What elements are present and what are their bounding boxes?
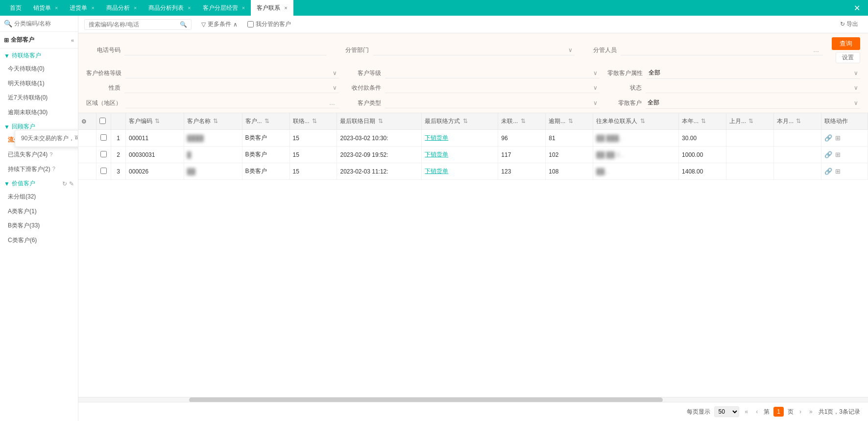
action-link-icon[interactable]: 🔗 bbox=[824, 134, 832, 142]
row-checkbox[interactable] bbox=[100, 151, 107, 157]
price-level-select[interactable]: ∨ bbox=[125, 68, 339, 78]
row-last-method[interactable]: 下销货单 bbox=[422, 147, 498, 163]
close-purchase-tab[interactable]: × bbox=[91, 5, 94, 11]
sidebar-collapse-btn[interactable]: « bbox=[71, 37, 74, 43]
region-select[interactable]: … bbox=[125, 98, 339, 108]
sidebar-item-7days-contact[interactable]: 近7天待联络(0) bbox=[0, 91, 78, 105]
col-last-method[interactable]: 最后联络方式 ⇅ bbox=[422, 113, 498, 130]
row-checkbox[interactable] bbox=[100, 168, 107, 174]
col-unit-contacts[interactable]: 往来单位联系人 ⇅ bbox=[593, 113, 679, 130]
phone-label: 电话号码 bbox=[86, 46, 121, 54]
action-link-icon[interactable]: 🔗 bbox=[824, 151, 832, 158]
edit-icon-value[interactable]: ✎ bbox=[69, 180, 74, 187]
row-actions: 🔗 ⊞ bbox=[821, 130, 868, 147]
close-sales-tab[interactable]: × bbox=[55, 5, 58, 11]
action-link-icon[interactable]: 🔗 bbox=[824, 168, 832, 175]
search-icon[interactable]: 🔍 bbox=[180, 21, 187, 28]
row-checkbox-cell[interactable] bbox=[96, 130, 111, 147]
sidebar-item-class-a[interactable]: A类客户(1) bbox=[0, 204, 78, 219]
col-uncontacted[interactable]: 未联... ⇅ bbox=[498, 113, 546, 130]
horizontal-scrollbar[interactable] bbox=[78, 397, 868, 402]
settings-icon[interactable]: ⚙ bbox=[81, 118, 87, 125]
nav-home[interactable]: 首页 bbox=[4, 0, 27, 16]
page-nav-next[interactable]: › bbox=[797, 407, 803, 416]
phone-input[interactable] bbox=[124, 45, 327, 55]
customer-level-select[interactable]: ∨ bbox=[385, 68, 600, 78]
query-button[interactable]: 查询 bbox=[832, 37, 860, 50]
contact-method-link[interactable]: 下销货单 bbox=[425, 134, 448, 141]
table-row: 1 000011 ████ B类客户 15 2023-03-02 10:30: … bbox=[78, 130, 868, 147]
close-analysis-list-tab[interactable]: × bbox=[188, 5, 191, 11]
sort-overdue-icon: ⇅ bbox=[568, 118, 573, 124]
page-nav-last[interactable]: » bbox=[807, 407, 815, 416]
window-close-button[interactable]: ✕ bbox=[850, 3, 864, 13]
retail-select[interactable]: 全部 ∨ bbox=[646, 97, 860, 109]
col-last-date[interactable]: 最后联络日期 ⇅ bbox=[337, 113, 422, 130]
customer-type-select[interactable]: ∨ bbox=[385, 98, 600, 108]
customer-type-label: 客户类型 bbox=[347, 99, 381, 107]
sort-uncontact-icon: ⇅ bbox=[521, 118, 526, 124]
sidebar-search-input[interactable] bbox=[14, 20, 78, 27]
sidebar-item-tomorrow-contact[interactable]: 明天待联络(1) bbox=[0, 76, 78, 91]
contact-method-link[interactable]: 下销货单 bbox=[425, 168, 448, 174]
refresh-icon-value[interactable]: ↻ bbox=[62, 180, 67, 187]
sidebar-search-bar: 🔍 bbox=[0, 16, 78, 32]
export-btn[interactable]: ↻ 导出 bbox=[836, 19, 862, 30]
col-code[interactable]: 客户编码 ⇅ bbox=[126, 113, 184, 130]
my-customers-checkbox[interactable]: 我分管的客户 bbox=[247, 20, 291, 28]
nav-customer-crm[interactable]: 客户联系 × bbox=[251, 0, 293, 16]
status-select[interactable]: ∨ bbox=[646, 83, 860, 93]
settings-button[interactable]: 设置 bbox=[836, 52, 860, 63]
action-grid-icon[interactable]: ⊞ bbox=[835, 151, 841, 158]
page-nav-prev[interactable]: ‹ bbox=[754, 407, 760, 416]
manager-dots[interactable]: … bbox=[811, 47, 821, 53]
action-grid-icon[interactable]: ⊞ bbox=[835, 134, 841, 142]
my-customers-check[interactable] bbox=[247, 21, 254, 27]
col-last-month[interactable]: 上月... ⇅ bbox=[726, 113, 774, 130]
sidebar-item-declining[interactable]: 持续下滑客户(2) ? bbox=[0, 162, 78, 177]
row-last-method[interactable]: 下销货单 bbox=[422, 130, 498, 147]
per-page-label: 每页显示 bbox=[687, 408, 710, 416]
nature-select[interactable]: ∨ bbox=[124, 83, 339, 93]
manager-select[interactable]: … bbox=[621, 45, 823, 55]
col-this-year[interactable]: 本年... ⇅ bbox=[679, 113, 726, 130]
close-crm-tab[interactable]: × bbox=[284, 5, 287, 11]
region-dots[interactable]: … bbox=[327, 99, 337, 106]
per-page-select[interactable]: 50 20 100 bbox=[714, 406, 739, 417]
col-overdue[interactable]: 逾期... ⇅ bbox=[546, 113, 593, 130]
sidebar-item-class-b[interactable]: B类客户(33) bbox=[0, 219, 78, 233]
contact-method-link[interactable]: 下销货单 bbox=[425, 151, 448, 158]
select-all-checkbox[interactable] bbox=[99, 118, 106, 124]
col-contact[interactable]: 联络... ⇅ bbox=[289, 113, 337, 130]
sidebar-item-overdue-contact[interactable]: 逾期未联络(30) bbox=[0, 105, 78, 120]
row-last-method[interactable]: 下销货单 bbox=[422, 163, 498, 180]
col-this-month[interactable]: 本月... ⇅ bbox=[774, 113, 821, 130]
payment-select[interactable]: ∨ bbox=[385, 83, 600, 93]
col-settings[interactable]: ⚙ bbox=[78, 113, 96, 130]
sidebar-item-already-churn[interactable]: 已流失客户(24) ? bbox=[0, 148, 78, 162]
sidebar-item-ungroup[interactable]: 未分组(32) bbox=[0, 190, 78, 204]
row-checkbox-cell[interactable] bbox=[96, 163, 111, 180]
retail-attr-select[interactable]: 全部 ∨ bbox=[647, 67, 860, 79]
row-checkbox-cell[interactable] bbox=[96, 147, 111, 163]
sidebar-item-class-c[interactable]: C类客户(6) bbox=[0, 233, 78, 248]
search-input[interactable] bbox=[89, 21, 177, 28]
action-grid-icon[interactable]: ⊞ bbox=[835, 168, 841, 175]
close-segment-tab[interactable]: × bbox=[242, 5, 245, 11]
more-conditions-btn[interactable]: ▽ 更多条件 ∧ bbox=[197, 19, 241, 30]
row-checkbox[interactable] bbox=[100, 134, 107, 141]
nav-analysis-list[interactable]: 商品分析列表 × bbox=[143, 0, 196, 16]
close-analysis-tab[interactable]: × bbox=[134, 5, 137, 11]
nav-analysis[interactable]: 商品分析 × bbox=[100, 0, 143, 16]
search-bar: 🔍 bbox=[84, 19, 192, 30]
filter-phone: 电话号码 bbox=[86, 45, 327, 55]
col-category[interactable]: 客户... ⇅ bbox=[242, 113, 289, 130]
page-1-btn[interactable]: 1 bbox=[773, 407, 784, 417]
nav-customer-segment[interactable]: 客户分层经营 × bbox=[197, 0, 251, 16]
page-nav-first[interactable]: « bbox=[743, 407, 750, 416]
nav-sales[interactable]: 销货单 × bbox=[27, 0, 64, 16]
nav-purchase[interactable]: 进货单 × bbox=[64, 0, 100, 16]
sidebar-item-today-contact[interactable]: 今天待联络(0) bbox=[0, 62, 78, 76]
dept-select[interactable]: ∨ bbox=[373, 45, 575, 55]
col-name[interactable]: 客户名称 ⇅ bbox=[184, 113, 242, 130]
